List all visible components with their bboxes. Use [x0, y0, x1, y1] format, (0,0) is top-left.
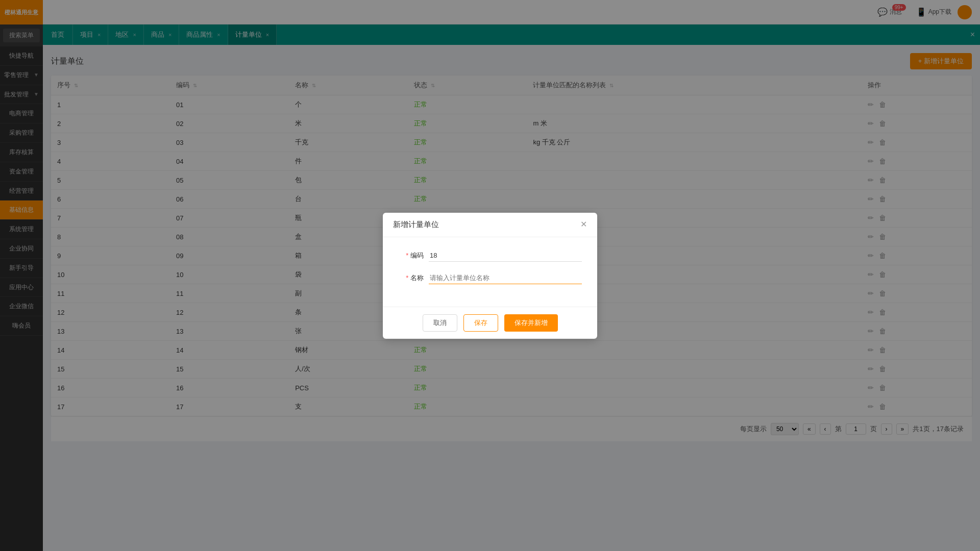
save-button[interactable]: 保存: [463, 314, 498, 332]
form-row-code: 编码: [398, 249, 582, 262]
modal-header: 新增计量单位 ✕: [383, 213, 597, 237]
modal-title: 新增计量单位: [393, 220, 439, 230]
modal-body: 编码 名称: [383, 237, 597, 307]
name-label: 名称: [398, 273, 424, 283]
cancel-button[interactable]: 取消: [423, 314, 457, 332]
code-input[interactable]: [429, 249, 582, 262]
add-unit-modal: 新增计量单位 ✕ 编码 名称 取消 保存 保存并新增: [383, 213, 597, 339]
modal-overlay: 新增计量单位 ✕ 编码 名称 取消 保存 保存并新增: [0, 0, 980, 551]
save-and-new-button[interactable]: 保存并新增: [504, 314, 558, 332]
modal-footer: 取消 保存 保存并新增: [383, 307, 597, 339]
modal-close-button[interactable]: ✕: [580, 220, 587, 229]
form-row-name: 名称: [398, 272, 582, 284]
code-label: 编码: [398, 251, 424, 260]
name-input[interactable]: [429, 272, 582, 284]
